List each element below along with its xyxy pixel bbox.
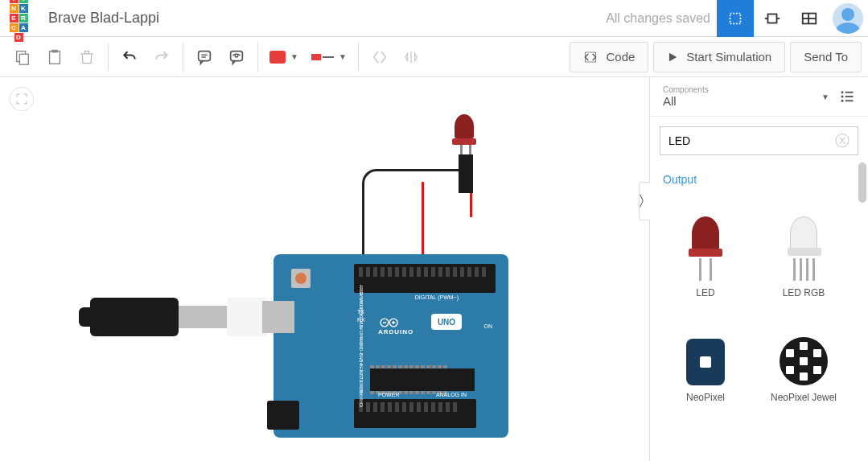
zoom-fit-icon	[15, 93, 28, 105]
usb-cable[interactable]	[90, 298, 179, 336]
component-label: LED	[696, 287, 714, 298]
wire-type-button[interactable]: ▼	[305, 52, 353, 61]
save-status: All changes saved	[606, 11, 710, 26]
arduino-digital-label: DIGITAL (PWM~)	[415, 294, 459, 300]
search-box: ⓧ	[660, 126, 858, 155]
components-sidebar: 〉 Components All ▼ ⓧ Output LED	[649, 77, 868, 461]
components-value: All	[663, 94, 821, 108]
led-component[interactable]	[455, 114, 476, 193]
arduino-reset-button	[291, 269, 311, 288]
arduino-model: UNO	[431, 314, 462, 330]
svg-rect-0	[730, 13, 741, 23]
undo-button[interactable]	[113, 41, 146, 73]
components-label: Components	[663, 85, 821, 94]
copy-button[interactable]	[6, 41, 39, 73]
component-led-rgb[interactable]: LED RGB	[755, 200, 853, 305]
component-neopixel[interactable]: NeoPixel	[656, 305, 755, 410]
visibility-button[interactable]	[220, 41, 253, 73]
component-neopixel-jewel[interactable]: NeoPixel Jewel	[755, 305, 853, 410]
arduino-usb-port	[262, 301, 294, 333]
paste-button[interactable]	[39, 41, 71, 73]
svg-rect-10	[51, 49, 57, 52]
eye-note-icon	[228, 48, 245, 66]
chevron-down-icon: ▼	[339, 52, 347, 61]
components-dropdown[interactable]: Components All ▼	[650, 77, 868, 117]
undo-icon	[120, 49, 139, 65]
table-icon	[800, 10, 818, 27]
circuit-canvas[interactable]: DIGITAL (PWM~) AREFGND1312~11~10~987~6~5…	[0, 77, 649, 461]
component-led[interactable]: LED	[656, 200, 755, 305]
play-icon	[667, 51, 678, 64]
svg-rect-8	[19, 54, 28, 64]
circuit-icon	[726, 10, 744, 27]
svg-point-24	[841, 100, 844, 102]
code-label: Code	[606, 50, 635, 64]
arduino-on-label: ON	[484, 323, 493, 329]
simulate-button[interactable]: Start Simulation	[653, 42, 785, 72]
redo-button[interactable]	[146, 41, 178, 73]
app-header: T I N K E R C A D Brave Blad-Lappi All c…	[0, 0, 868, 37]
arduino-board[interactable]: DIGITAL (PWM~) AREFGND1312~11~10~987~6~5…	[274, 254, 508, 438]
svg-rect-14	[231, 51, 243, 60]
chevron-down-icon: ▼	[290, 52, 298, 61]
code-button[interactable]: Code	[570, 42, 648, 72]
svg-point-23	[841, 96, 844, 98]
note-icon	[195, 48, 213, 66]
sendto-button[interactable]: Send To	[790, 42, 862, 72]
trash-icon	[79, 48, 95, 66]
annotation-button[interactable]	[188, 41, 220, 73]
clear-search-button[interactable]: ⓧ	[835, 131, 849, 150]
project-title[interactable]: Brave Blad-Lappi	[48, 10, 606, 27]
color-swatch-icon	[269, 51, 286, 64]
search-input[interactable]	[668, 134, 835, 147]
svg-rect-11	[199, 51, 211, 60]
user-avatar[interactable]	[833, 3, 863, 34]
copy-icon	[14, 48, 31, 66]
list-icon	[839, 89, 855, 104]
mirror-icon	[403, 48, 421, 66]
component-grid: LED LED RGB NeoPixel	[650, 194, 868, 416]
svg-rect-16	[586, 52, 596, 62]
circuit-view-button[interactable]	[717, 0, 754, 37]
svg-rect-9	[50, 51, 60, 64]
rotate-button[interactable]	[364, 41, 396, 73]
simulate-label: Start Simulation	[686, 50, 771, 64]
sidebar-collapse-button[interactable]: 〉	[639, 182, 650, 220]
svg-rect-1	[768, 14, 777, 23]
arduino-brand: ARDUINO	[378, 317, 413, 335]
component-label: NeoPixel	[686, 392, 725, 403]
sidebar-scrollbar[interactable]	[858, 163, 866, 203]
arduino-barrel-jack	[267, 401, 299, 430]
paste-icon	[46, 48, 64, 66]
chevron-down-icon: ▼	[821, 93, 829, 101]
category-output: Output	[650, 165, 868, 194]
code-icon	[583, 51, 598, 64]
arduino-digital-header	[354, 264, 496, 293]
component-label: NeoPixel Jewel	[771, 392, 837, 403]
tinkercad-logo[interactable]: T I N K E R C A D	[0, 0, 37, 37]
mirror-button[interactable]	[396, 41, 428, 73]
arduino-analog-label: ANALOG IN	[436, 392, 467, 397]
arduino-chip	[370, 368, 475, 391]
wire-color-button[interactable]: ▼	[263, 51, 305, 64]
schematic-icon	[763, 10, 781, 27]
zoom-fit-button[interactable]	[10, 87, 34, 111]
list-toggle-button[interactable]	[839, 89, 855, 104]
arduino-power-header	[354, 399, 476, 428]
toolbar: ▼ ▼ Code Start Simulation Send To	[0, 37, 868, 77]
rotate-icon	[371, 48, 389, 66]
schematic-view-button[interactable]	[754, 0, 791, 37]
list-view-button[interactable]	[791, 0, 828, 37]
wire-icon	[311, 54, 334, 60]
arduino-power-label: POWER	[378, 392, 399, 397]
svg-point-22	[841, 91, 844, 93]
sendto-label: Send To	[804, 50, 848, 64]
redo-icon	[152, 49, 171, 65]
component-label: LED RGB	[783, 287, 825, 298]
main-content: DIGITAL (PWM~) AREFGND1312~11~10~987~6~5…	[0, 77, 868, 461]
delete-button[interactable]	[71, 41, 103, 73]
